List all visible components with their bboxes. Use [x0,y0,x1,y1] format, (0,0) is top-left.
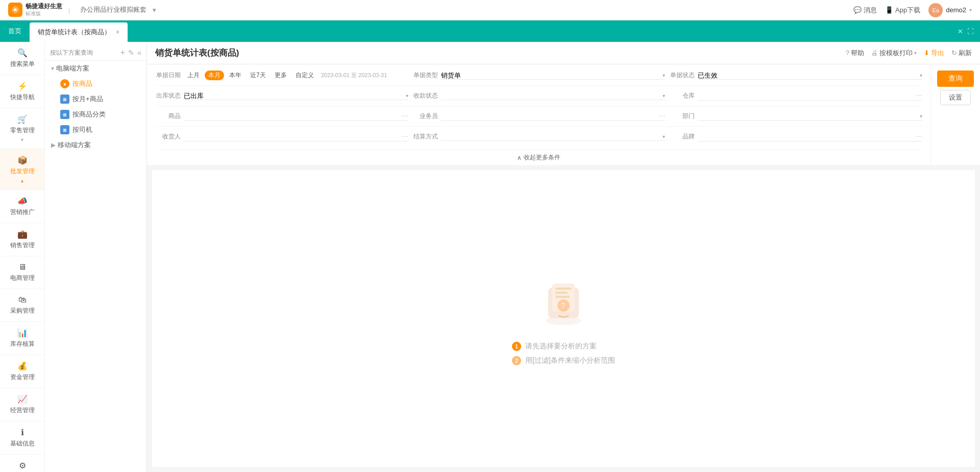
scheme-edit-btn[interactable]: ✎ [128,49,134,57]
svg-text:?: ? [561,301,565,310]
collapse-row[interactable]: ∧ 收起更多条件 [155,150,922,165]
dept-select[interactable] [698,112,920,120]
scheme-add-btn[interactable]: + [120,48,125,57]
desktop-expand-icon: ▾ [51,65,54,72]
date-tab-this-month[interactable]: 本月 [205,70,224,80]
consignee-control: ··· [184,132,408,141]
dept-arrow-icon: ▾ [920,113,922,119]
logo-text-block: 畅捷通好生意 标准版 [26,3,62,17]
date-tab-more[interactable]: 更多 [271,70,290,80]
warehouse-dots-icon[interactable]: ··· [916,91,922,100]
finance-nav-icon: 💰 [17,361,28,371]
date-tab-this-year[interactable]: 本年 [226,70,245,80]
nav-basic[interactable]: ℹ 基础信息 [0,421,44,455]
doc-type-select[interactable]: 销货单 [441,72,663,79]
consignee-input[interactable] [184,133,401,140]
user-area[interactable]: Ea demo2 ▾ [928,3,972,17]
nav-wholesale[interactable]: 📦 批发管理 ▴ [0,149,44,190]
msg-label: 消息 [864,6,877,15]
mobile-schemes-header[interactable]: ▶ 移动端方案 [45,137,146,153]
goods-dots-icon[interactable]: ··· [401,111,408,121]
nav-marketing[interactable]: 📣 营销推广 [0,190,44,223]
scheme-by-driver-icon: ▦ [60,125,69,134]
tab-active[interactable]: 销货单统计表（按商品） × [30,22,128,42]
out-status-control: 已出库 ▾ [184,92,408,100]
nav-purchase[interactable]: 🛍 采购管理 [0,289,44,322]
goods-input[interactable] [184,112,401,120]
query-button[interactable]: 查询 [937,70,974,87]
nav-sales[interactable]: 💼 销售管理 [0,223,44,256]
filter-doc-type-field: 单据类型 销货单 ▾ [412,70,666,80]
nav-ecom[interactable]: 🖥 电商管理 [0,256,44,289]
refresh-btn[interactable]: ↻ 刷新 [951,49,972,58]
doc-status-control: 已生效 ▾ [698,72,922,80]
brand-control: ··· [698,132,922,141]
help-btn[interactable]: ? 帮助 [846,49,864,58]
system-nav-icon: ⚙ [19,461,26,470]
app-title-arrow: ▾ [153,6,156,14]
query-buttons: 查询 设置 [930,64,980,165]
nav-inventory[interactable]: 📊 库存核算 [0,322,44,355]
download-btn[interactable]: 📱 App下载 [885,6,920,15]
recv-status-label: 收款状态 [412,91,441,100]
nav-ecom-label: 电商管理 [10,274,35,282]
tab-home[interactable]: 首页 [0,20,30,42]
consignee-dots-icon[interactable]: ··· [401,132,408,141]
logo-icon [8,3,22,17]
nav-retail[interactable]: 🛒 零售管理 ▾ [0,108,44,149]
nav-operations[interactable]: 📈 经营管理 [0,388,44,421]
scheme-by-month-goods[interactable]: ▦ 按月+商品 [45,91,146,107]
scheme-by-driver[interactable]: ▦ 按司机 [45,122,146,137]
scheme-collapse-btn[interactable]: « [137,49,141,57]
mobile-schemes-label: 移动端方案 [58,140,91,150]
date-tab-last-month[interactable]: 上月 [184,70,203,80]
filter-date-field: 单据日期 上月 本月 本年 近7天 更多 自定义 2023-03-01 至 20… [155,70,408,80]
nav-search[interactable]: 🔍 搜索菜单 [0,42,44,75]
out-status-select[interactable]: 已出库 [184,92,406,100]
filter-consignee-field: 收货人 ··· [155,132,408,141]
brand-input[interactable] [698,133,915,140]
desktop-schemes-group: ▾ 电脑端方案 ● 按商品 ▦ 按月+商品 ▦ [45,61,146,137]
payment-select[interactable] [441,133,663,140]
warehouse-label: 仓库 [669,91,698,100]
recv-status-select[interactable] [441,92,663,100]
doc-status-select[interactable]: 已生效 [698,72,920,79]
maximize-icon[interactable]: ⛶ [967,28,974,35]
desktop-schemes-label: 电脑端方案 [56,64,89,73]
nav-finance[interactable]: 💰 资金管理 [0,355,44,388]
filter-fields-wrapper: 单据日期 上月 本月 本年 近7天 更多 自定义 2023-03-01 至 20… [147,64,930,165]
empty-hint-1: 1 请先选择要分析的方案 [512,342,615,351]
nav-quick[interactable]: ⚡ 快捷导航 [0,75,44,108]
desktop-schemes-header[interactable]: ▾ 电脑端方案 [45,61,146,76]
nav-basic-label: 基础信息 [10,439,35,448]
help-icon: ? [846,49,849,57]
scheme-by-goods-label: 按商品 [72,79,92,88]
msg-icon: 💬 [853,6,862,14]
salesman-label: 业务员 [412,112,441,121]
dept-label: 部门 [669,112,698,121]
settings-button[interactable]: 设置 [940,90,971,105]
collapse-up-icon: ∧ [517,154,522,161]
print-btn[interactable]: 🖨 按模板打印 ▾ [871,49,917,58]
filter-query-wrapper: 单据日期 上月 本月 本年 近7天 更多 自定义 2023-03-01 至 20… [147,64,980,165]
salesman-dots-icon[interactable]: ··· [658,111,665,121]
salesman-input[interactable] [441,112,658,120]
payment-label: 结算方式 [412,132,441,141]
filter-doc-status-field: 单据状态 已生效 ▾ [669,70,922,80]
date-tab-7days[interactable]: 近7天 [247,70,270,80]
consignee-label: 收货人 [155,132,184,141]
date-tab-custom[interactable]: 自定义 [292,70,317,80]
tab-close-icon[interactable]: × [116,29,119,36]
scheme-by-goods[interactable]: ● 按商品 [45,76,146,91]
home-tab-label: 首页 [8,27,21,36]
date-control: 上月 本月 本年 近7天 更多 自定义 2023-03-01 至 2023-03… [184,70,408,80]
brand-dots-icon[interactable]: ··· [916,132,922,141]
date-label: 单据日期 [155,71,184,80]
sales-nav-icon: 💼 [17,229,28,239]
msg-btn[interactable]: 💬 消息 [853,6,877,15]
scheme-by-category[interactable]: ▦ 按商品分类 [45,107,146,122]
warehouse-input[interactable] [698,92,915,100]
export-btn[interactable]: ⬇ 导出 [924,49,944,58]
window-close-icon[interactable]: ✕ [958,28,963,35]
nav-system[interactable]: ⚙ 系统管理 [0,455,44,472]
